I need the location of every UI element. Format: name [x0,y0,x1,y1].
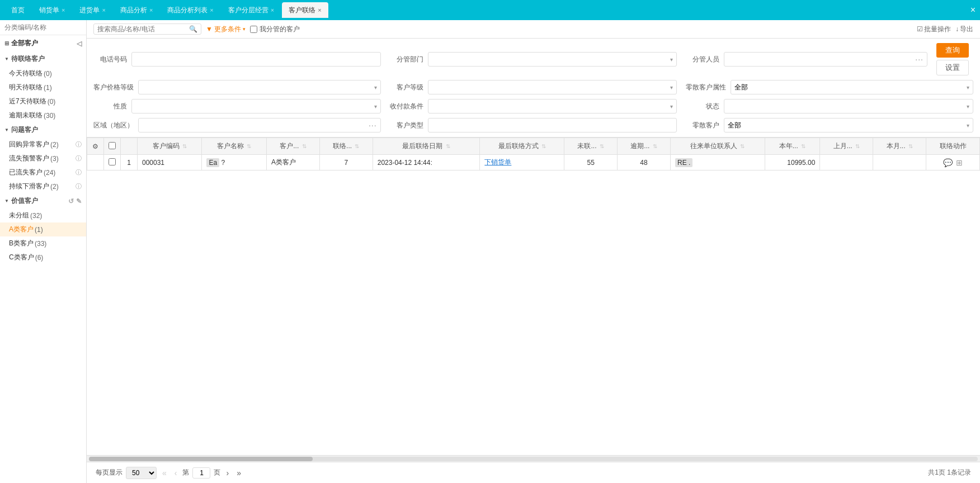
search-icon[interactable]: 🔍 [189,25,197,33]
refresh-icon[interactable]: ↺ [68,197,74,205]
sidebar-item-7days[interactable]: 近7天待联络 (0) [0,94,86,108]
col-last-date-sort-icon[interactable]: ⇅ [446,143,450,149]
col-last-method-sort-icon[interactable]: ⇅ [541,143,546,149]
more-filters-button[interactable]: ▼ 更多条件 ▾ [206,25,246,34]
page-number-input[interactable] [192,467,210,479]
sidebar-item-declining[interactable]: 持续下滑客户 (2) ⓘ [0,179,86,193]
my-customers-checkbox-wrap[interactable]: 我分管的客户 [250,25,300,34]
nav-tab-goods-list-close[interactable]: × [210,7,213,13]
churn-warning-info-icon[interactable]: ⓘ [76,154,82,163]
sidebar-item-churn-warning[interactable]: 流失预警客户 (3) ⓘ [0,151,86,165]
edit-icon[interactable]: ✎ [76,197,82,205]
col-contact-person[interactable]: 往来单位联系人 ⇅ [670,138,765,155]
sidebar-item-unclassified[interactable]: 未分组 (32) [0,209,86,222]
value-customers-section[interactable]: ▼ 价值客户 ↺ ✎ [0,193,86,209]
row-checkbox-cell [104,155,121,171]
payment-select[interactable]: ▾ [428,99,677,113]
nature-select[interactable]: ▾ [131,99,381,113]
nav-tab-customer-contact[interactable]: 客户联络 × [282,2,328,18]
page-size-select[interactable]: 50 100 200 [126,467,157,479]
settings-button[interactable]: 设置 [936,60,969,75]
col-uncontacted-sort-icon[interactable]: ⇅ [600,143,604,149]
nav-tab-customer-segment-close[interactable]: × [271,7,274,13]
col-this-year-sort-icon[interactable]: ⇅ [801,143,805,149]
col-overdue-sort-icon[interactable]: ⇅ [653,143,657,149]
status-select[interactable]: ▾ [724,99,973,113]
nav-tab-customer-segment[interactable]: 客户分层经营 × [222,2,281,18]
sidebar-collapse-icon[interactable]: ◁ [77,40,82,48]
customer-level-select[interactable]: ▾ [428,80,677,94]
nav-tab-goods-analysis[interactable]: 商品分析 × [114,2,159,18]
col-type-sort-icon[interactable]: ⇅ [302,143,307,149]
churned-info-icon[interactable]: ⓘ [76,168,82,177]
sidebar-item-today[interactable]: 今天待联络 (0) [0,67,86,80]
pending-contact-section[interactable]: ▼ 待联络客户 [0,51,86,67]
price-level-select[interactable]: ▾ [138,80,381,94]
repurchase-abnormal-label: 回购异常客户 [9,140,49,149]
phone-filter-input[interactable] [131,52,381,67]
scrollbar-track[interactable] [89,457,978,461]
person-filter-input[interactable]: ··· [724,52,927,67]
all-customers-section[interactable]: ⊞ 全部客户 ◁ [0,35,86,51]
col-code[interactable]: 客户编码 ⇅ [138,138,202,155]
last-page-button[interactable]: » [234,468,243,477]
col-name-sort-icon[interactable]: ⇅ [247,143,251,149]
sidebar-item-repurchase-abnormal[interactable]: 回购异常客户 (2) ⓘ [0,138,86,151]
sidebar-item-tomorrow[interactable]: 明天待联络 (1) [0,80,86,94]
repurchase-abnormal-info-icon[interactable]: ⓘ [76,140,82,149]
col-uncontacted[interactable]: 未联... ⇅ [564,138,618,155]
region-input[interactable]: ··· [138,118,381,132]
col-this-month-sort-icon[interactable]: ⇅ [908,143,913,149]
nav-tab-customer-contact-close[interactable]: × [318,7,321,13]
retail-select[interactable]: 全部 ▾ [724,118,973,132]
row-checkbox[interactable] [109,158,116,165]
col-overdue[interactable]: 逾期... ⇅ [618,138,671,155]
col-type[interactable]: 客户... ⇅ [266,138,319,155]
problem-customers-section[interactable]: ▼ 问题客户 [0,122,86,138]
nav-tab-purchase[interactable]: 进货单 × [73,2,112,18]
close-all-tabs-button[interactable]: × [970,5,976,15]
col-this-year[interactable]: 本年... ⇅ [765,138,820,155]
nav-tab-goods-analysis-close[interactable]: × [149,7,153,13]
dept-filter-select[interactable]: ▾ [428,52,677,67]
retail-attr-select[interactable]: 全部 ▾ [731,80,973,94]
grid-action-icon[interactable]: ⊞ [956,158,963,167]
batch-operations-button[interactable]: ☑ 批量操作 [917,25,951,34]
last-method-link[interactable]: 下销货单 [484,158,511,166]
sidebar-item-b-class[interactable]: B类客户 (33) [0,236,86,250]
horizontal-scrollbar[interactable] [87,455,980,462]
col-settings[interactable]: ⚙ [87,138,104,155]
sidebar-item-overdue[interactable]: 逾期未联络 (30) [0,108,86,122]
select-all-checkbox[interactable] [109,142,116,149]
scrollbar-thumb[interactable] [89,457,313,461]
sidebar-item-a-class[interactable]: A类客户 (1) [0,222,86,236]
col-contact[interactable]: 联络... ⇅ [319,138,373,155]
declining-info-icon[interactable]: ⓘ [76,182,82,191]
col-this-month[interactable]: 本月... ⇅ [873,138,926,155]
search-input[interactable] [97,25,187,33]
nav-tab-home[interactable]: 首页 [4,2,31,18]
nav-tab-sales[interactable]: 销货单 × [32,2,72,18]
customer-type-input[interactable] [428,118,677,132]
sidebar-item-c-class[interactable]: C类客户 (6) [0,250,86,264]
col-contact-sort-icon[interactable]: ⇅ [355,143,359,149]
nav-tab-goods-list[interactable]: 商品分析列表 × [161,2,220,18]
my-customers-checkbox[interactable] [250,26,257,33]
col-code-sort-icon[interactable]: ⇅ [182,143,187,149]
col-last-method[interactable]: 最后联络方式 ⇅ [480,138,564,155]
export-button[interactable]: ↓ 导出 [955,25,973,34]
nav-tab-purchase-close[interactable]: × [102,7,105,13]
col-name[interactable]: 客户名称 ⇅ [202,138,266,155]
sidebar-search-input[interactable] [4,23,87,31]
next-page-button[interactable]: › [224,468,231,477]
query-button[interactable]: 查询 [936,43,969,58]
first-page-button[interactable]: « [160,468,169,477]
nav-tab-sales-close[interactable]: × [62,7,65,13]
sidebar-item-churned[interactable]: 已流失客户 (24) ⓘ [0,165,86,179]
col-last-date[interactable]: 最后联络日期 ⇅ [373,138,480,155]
chat-action-icon[interactable]: 💬 [943,158,953,167]
col-contact-person-sort-icon[interactable]: ⇅ [740,143,745,149]
col-last-month[interactable]: 上月... ⇅ [820,138,873,155]
prev-page-button[interactable]: ‹ [172,468,180,477]
col-last-month-sort-icon[interactable]: ⇅ [855,143,860,149]
